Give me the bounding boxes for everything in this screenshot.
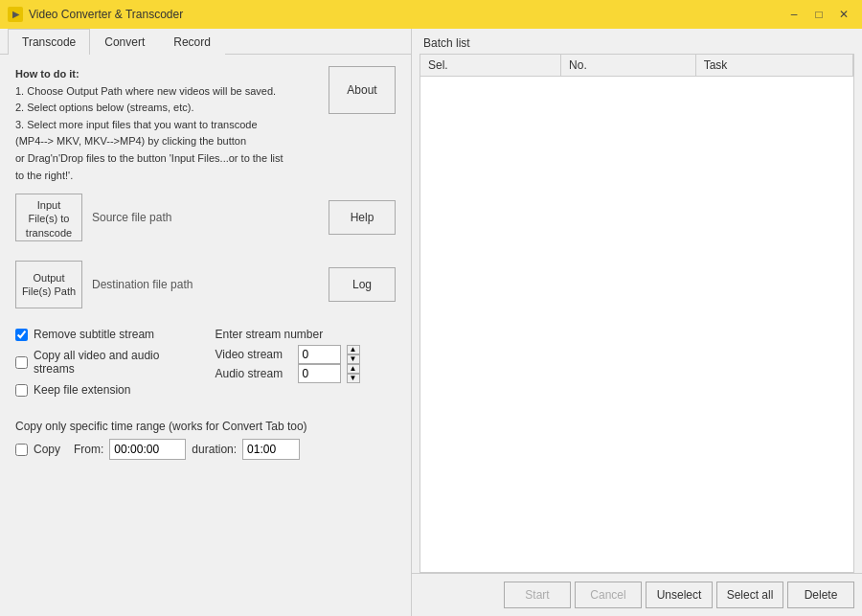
minimize-button[interactable]: – [783, 4, 805, 25]
keep-extension-checkbox[interactable] [15, 384, 28, 397]
stream-section-header: Enter stream number [216, 328, 397, 341]
title-bar-text: Video Converter & Transcoder [29, 8, 783, 21]
remove-subtitle-row: Remove subtitle stream [15, 328, 196, 341]
time-range-description: Copy only specific time range (works for… [15, 420, 396, 433]
delete-button[interactable]: Delete [787, 582, 854, 608]
audio-stream-down[interactable]: ▼ [347, 374, 360, 383]
time-range-row: Copy From: duration: [15, 439, 396, 460]
video-stream-row: Video stream ▲ ▼ [216, 345, 397, 364]
video-stream-up[interactable]: ▲ [347, 345, 360, 354]
col-no: No. [561, 55, 696, 77]
left-content: How to do it: 1. Choose Output Path wher… [0, 55, 411, 616]
window-controls: – □ ✕ [783, 4, 854, 25]
log-button[interactable]: Log [329, 267, 396, 302]
input-files-button[interactable]: InputFile(s) totranscode [15, 194, 82, 241]
batch-list-header: Batch list [412, 29, 862, 54]
output-files-row: OutputFile(s) Path Destination file path… [15, 261, 396, 308]
keep-extension-row: Keep file extension [15, 383, 196, 397]
duration-label: duration: [192, 443, 237, 456]
start-button[interactable]: Start [504, 582, 571, 608]
close-button[interactable]: ✕ [833, 4, 854, 25]
cancel-button[interactable]: Cancel [575, 582, 642, 608]
keep-extension-label: Keep file extension [34, 383, 130, 397]
source-path-label: Source file path [92, 211, 319, 224]
col-sel: Sel. [420, 55, 561, 77]
remove-subtitle-label: Remove subtitle stream [34, 328, 154, 341]
top-section: How to do it: 1. Choose Output Path wher… [15, 66, 396, 194]
from-label: From: [74, 443, 103, 456]
right-bottom-bar: Start Cancel Unselect Select all Delete [412, 573, 862, 616]
instructions-header: How to do it: [15, 68, 79, 80]
copy-time-checkbox[interactable] [15, 444, 28, 456]
output-files-button[interactable]: OutputFile(s) Path [15, 261, 82, 308]
tab-convert[interactable]: Convert [90, 29, 159, 55]
col-task: Task [695, 55, 852, 77]
tab-transcode[interactable]: Transcode [8, 29, 90, 55]
batch-table: Sel. No. Task [420, 55, 853, 77]
help-button[interactable]: Help [329, 200, 396, 235]
streams-col: Enter stream number Video stream ▲ ▼ Aud… [216, 328, 397, 404]
copy-streams-row: Copy all video and audio streams [15, 349, 196, 376]
about-button[interactable]: About [329, 66, 396, 114]
batch-table-container: Sel. No. Task [420, 54, 854, 573]
options-section: Remove subtitle stream Copy all video an… [15, 328, 396, 404]
audio-stream-input[interactable] [298, 364, 341, 383]
dest-path-label: Destination file path [92, 278, 319, 291]
copy-time-label: Copy [34, 443, 60, 456]
duration-input[interactable] [242, 439, 300, 460]
audio-stream-up[interactable]: ▲ [347, 364, 360, 374]
remove-subtitle-checkbox[interactable] [15, 329, 28, 341]
copy-streams-checkbox[interactable] [15, 356, 28, 369]
video-stream-down[interactable]: ▼ [347, 354, 360, 364]
tab-bar: Transcode Convert Record [0, 29, 411, 55]
video-stream-spinners: ▲ ▼ [347, 345, 360, 364]
main-container: Transcode Convert Record How to do it: 1… [0, 29, 862, 616]
time-range-section: Copy only specific time range (works for… [15, 420, 396, 460]
left-panel: Transcode Convert Record How to do it: 1… [0, 29, 412, 616]
audio-stream-row: Audio stream ▲ ▼ [216, 364, 397, 383]
tab-record[interactable]: Record [159, 29, 225, 55]
right-panel: Batch list Sel. No. Task Start Cancel Un… [412, 29, 862, 616]
video-stream-label: Video stream [216, 348, 292, 361]
maximize-button[interactable]: □ [808, 4, 829, 25]
select-all-button[interactable]: Select all [716, 582, 783, 608]
instructions-text: How to do it: 1. Choose Output Path wher… [15, 66, 284, 184]
unselect-button[interactable]: Unselect [646, 582, 713, 608]
batch-table-header-row: Sel. No. Task [420, 55, 853, 77]
input-files-row: InputFile(s) totranscode Source file pat… [15, 194, 396, 241]
title-bar: ▶ Video Converter & Transcoder – □ ✕ [0, 0, 862, 29]
audio-stream-label: Audio stream [216, 367, 292, 380]
app-icon: ▶ [8, 7, 23, 22]
checkboxes-col: Remove subtitle stream Copy all video an… [15, 328, 196, 404]
from-time-input[interactable] [109, 439, 186, 460]
copy-streams-label: Copy all video and audio streams [34, 349, 196, 376]
video-stream-input[interactable] [298, 345, 341, 364]
audio-stream-spinners: ▲ ▼ [347, 364, 360, 383]
